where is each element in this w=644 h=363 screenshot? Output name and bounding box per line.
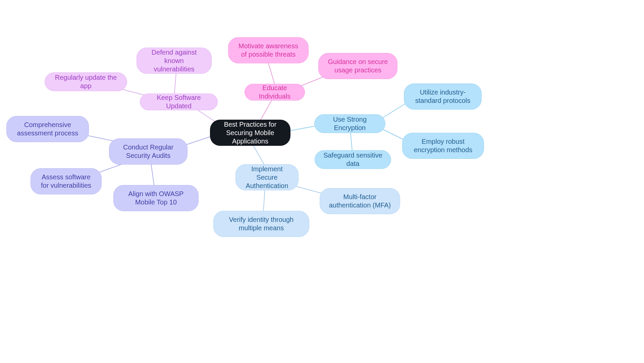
leaf-label: Align with OWASP Mobile Top 10 <box>121 190 191 206</box>
svg-line-1 <box>268 63 275 85</box>
branch-updated-label: Keep Software Updated <box>148 94 210 110</box>
branch-updated[interactable]: Keep Software Updated <box>140 94 218 110</box>
branch-auth[interactable]: Implement Secure Authentication <box>235 164 299 190</box>
leaf-audits-assessment[interactable]: Comprehensive assessment process <box>6 116 89 142</box>
branch-educate-label: Educate Individuals <box>252 84 297 101</box>
leaf-label: Safeguard sensitive data <box>322 151 383 168</box>
svg-line-5 <box>174 73 176 94</box>
branch-audits[interactable]: Conduct Regular Security Audits <box>109 138 187 165</box>
svg-line-16 <box>351 132 352 151</box>
branch-encryption[interactable]: Use Strong Encryption <box>314 114 385 133</box>
root-label: Best Practices for Securing Mobile Appli… <box>217 120 283 145</box>
leaf-educate-guidance[interactable]: Guidance on secure usage practices <box>318 53 397 79</box>
root-node[interactable]: Best Practices for Securing Mobile Appli… <box>210 120 290 146</box>
branch-educate[interactable]: Educate Individuals <box>245 84 305 101</box>
leaf-auth-verify[interactable]: Verify identity through multiple means <box>213 211 309 237</box>
leaf-label: Regularly update the app <box>52 73 119 90</box>
leaf-label: Motivate awareness of possible threats <box>236 42 301 59</box>
svg-line-14 <box>381 102 408 119</box>
svg-line-9 <box>151 163 154 187</box>
svg-line-10 <box>252 142 265 166</box>
branch-auth-label: Implement Secure Authentication <box>243 165 291 190</box>
leaf-encryption-protocols[interactable]: Utilize industry-standard protocols <box>404 83 482 110</box>
leaf-updated-defend[interactable]: Defend against known vulnerabilities <box>137 48 212 74</box>
branch-encryption-label: Use Strong Encryption <box>322 115 378 132</box>
leaf-label: Multi-factor authentication (MFA) <box>327 193 392 209</box>
leaf-label: Comprehensive assessment process <box>14 121 81 137</box>
leaf-label: Guidance on secure usage practices <box>326 58 390 74</box>
leaf-label: Defend against known vulnerabilities <box>144 48 204 73</box>
leaf-label: Employ robust encryption methods <box>410 137 476 154</box>
leaf-updated-regularly[interactable]: Regularly update the app <box>45 72 127 91</box>
leaf-label: Assess software for vulnerabilities <box>38 173 94 190</box>
leaf-auth-mfa[interactable]: Multi-factor authentication (MFA) <box>320 188 400 214</box>
svg-line-11 <box>263 188 265 213</box>
leaf-label: Utilize industry-standard protocols <box>412 88 474 105</box>
svg-line-13 <box>290 126 317 131</box>
leaf-label: Verify identity through multiple means <box>221 216 302 232</box>
leaf-educate-awareness[interactable]: Motivate awareness of possible threats <box>228 37 309 63</box>
leaf-encryption-safeguard[interactable]: Safeguard sensitive data <box>315 150 391 169</box>
leaf-audits-assess[interactable]: Assess software for vulnerabilities <box>31 168 102 194</box>
svg-line-15 <box>382 129 406 141</box>
branch-audits-label: Conduct Regular Security Audits <box>117 143 180 160</box>
leaf-encryption-robust[interactable]: Employ robust encryption methods <box>402 133 484 159</box>
leaf-audits-owasp[interactable]: Align with OWASP Mobile Top 10 <box>113 185 199 211</box>
